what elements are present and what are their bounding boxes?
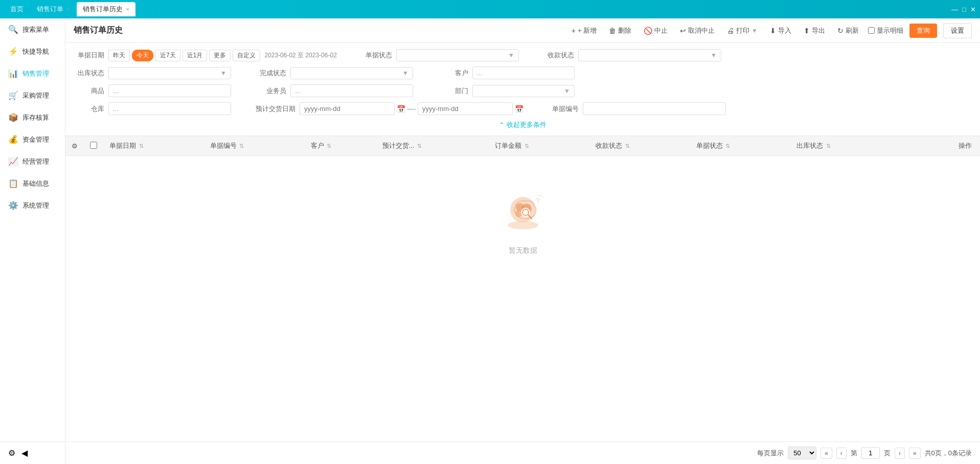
complete-status-label: 完成状态 <box>256 69 286 78</box>
minimize-btn[interactable]: — <box>951 6 958 13</box>
inventory-icon: 📦 <box>8 113 18 122</box>
delete-label: 删除 <box>618 26 631 35</box>
refresh-label: 刷新 <box>846 26 859 35</box>
import-btn[interactable]: ⬇ 导入 <box>767 24 794 37</box>
system-icon: ⚙️ <box>8 201 18 210</box>
complete-status-select[interactable]: ▼ <box>290 67 413 79</box>
date-btn-today[interactable]: 今天 <box>132 50 153 61</box>
date-btn-1month[interactable]: 近1月 <box>183 50 208 61</box>
stock-status-select[interactable]: ▼ <box>108 67 231 79</box>
complete-status-chevron: ▼ <box>402 70 408 77</box>
delete-icon: 🗑 <box>609 27 616 35</box>
th-stock-out[interactable]: 出库状态 ⇅ <box>790 136 891 156</box>
date-btn-more[interactable]: 更多 <box>209 50 231 61</box>
salesman-select[interactable]: ... <box>290 84 413 97</box>
sidebar-item-operations[interactable]: 📈 经营管理 <box>0 150 65 172</box>
tab-home[interactable]: 首页 <box>4 2 30 16</box>
th-order-num[interactable]: 单据编号 ⇅ <box>204 136 305 156</box>
first-page-btn[interactable]: « <box>821 448 832 459</box>
th-collection[interactable]: 收款状态 ⇅ <box>589 136 690 156</box>
delete-btn[interactable]: 🗑 删除 <box>606 24 634 37</box>
sidebar-item-purchase[interactable]: 🛒 采购管理 <box>0 84 65 106</box>
delivery-start-calendar-icon[interactable]: 📅 <box>397 105 405 113</box>
close-btn[interactable]: ✕ <box>970 6 976 13</box>
print-label: 打印 <box>736 26 749 35</box>
maximize-btn[interactable]: □ <box>962 6 966 13</box>
sidebar-purchase-label: 采购管理 <box>22 91 49 100</box>
print-icon: 🖨 <box>727 27 734 35</box>
customer-select[interactable]: ... <box>472 67 575 79</box>
dept-select[interactable]: ▼ <box>472 85 575 97</box>
th-amount[interactable]: 订单金额 ⇅ <box>489 136 589 156</box>
cancel-stop-label: 取消中止 <box>688 26 715 35</box>
sidebar-item-basic-info[interactable]: 📋 基础信息 <box>0 172 65 194</box>
page-size-select[interactable]: 50 10 20 100 <box>788 447 816 459</box>
salesman-label: 业务员 <box>256 86 286 96</box>
date-btn-7days[interactable]: 近7天 <box>155 50 180 61</box>
stop-label: 中止 <box>654 26 668 35</box>
th-date[interactable]: 单据日期 ⇅ <box>103 136 204 156</box>
delivery-end-calendar-icon[interactable]: 📅 <box>515 105 523 113</box>
next-page-btn[interactable]: › <box>895 448 905 459</box>
date-btn-custom[interactable]: 自定义 <box>233 50 260 61</box>
page-header: 销售订单历史 + + 新增 🗑 删除 🚫 中止 ↩ 取消中止 <box>65 18 980 43</box>
th-bill-status[interactable]: 单据状态 ⇅ <box>690 136 791 156</box>
close-sales-history-tab[interactable]: × <box>126 6 129 12</box>
sidebar-settings-icon[interactable]: ⚙ <box>8 448 15 458</box>
filter-row-4: 仓库 ... 预计交货日期 📅 — 📅 单据编号 <box>74 102 972 115</box>
sidebar-item-inventory[interactable]: 📦 库存核算 <box>0 106 65 128</box>
page-num-input[interactable] <box>861 447 880 459</box>
settings-btn[interactable]: 设置 <box>943 23 972 38</box>
sidebar-search[interactable]: 🔍 搜索菜单 <box>0 18 65 40</box>
refresh-btn[interactable]: ↻ 刷新 <box>834 24 862 37</box>
collection-status-select[interactable]: ▼ <box>578 49 721 61</box>
sidebar-system-label: 系统管理 <box>22 201 49 210</box>
refresh-icon: ↻ <box>837 27 844 35</box>
warehouse-select[interactable]: ... <box>108 102 231 115</box>
th-date-label: 单据日期 <box>109 142 136 149</box>
tab-sales-history-label: 销售订单历史 <box>83 5 123 14</box>
bill-status-select[interactable]: ▼ <box>396 49 519 61</box>
order-num-input[interactable] <box>583 102 726 115</box>
sidebar-item-sales[interactable]: 📊 销售管理 <box>0 62 65 84</box>
page-size-label: 每页显示 <box>757 449 784 458</box>
display-toggle[interactable]: 显示明细 <box>868 26 903 35</box>
import-label: 导入 <box>778 26 791 35</box>
th-settings[interactable]: ⚙ <box>65 136 84 156</box>
th-collection-sort-icon: ⇅ <box>625 143 630 149</box>
print-btn[interactable]: 🖨 打印 ▼ <box>724 24 761 37</box>
date-btn-yesterday[interactable]: 昨天 <box>108 50 130 61</box>
toolbar: + + 新增 🗑 删除 🚫 中止 ↩ 取消中止 🖨 打印 <box>568 23 972 38</box>
sidebar-item-system[interactable]: ⚙️ 系统管理 <box>0 194 65 216</box>
tab-sales-order[interactable]: 销售订单 × <box>31 2 76 16</box>
collapse-btn[interactable]: ⌃ 收起更多条件 <box>74 120 972 129</box>
stop-btn[interactable]: 🚫 中止 <box>641 24 671 37</box>
close-sales-order-tab[interactable]: × <box>66 6 70 12</box>
th-customer-sort-icon: ⇅ <box>327 143 331 149</box>
basic-info-icon: 📋 <box>8 179 18 188</box>
sidebar-item-quick-nav[interactable]: ⚡ 快捷导航 <box>0 40 65 62</box>
quick-nav-icon: ⚡ <box>8 47 18 56</box>
export-btn[interactable]: ⬆ 导出 <box>801 24 828 37</box>
query-btn[interactable]: 查询 <box>909 24 937 38</box>
last-page-btn[interactable]: » <box>909 448 921 459</box>
prev-page-btn[interactable]: ‹ <box>836 448 847 459</box>
tab-bar: 首页 销售订单 × 销售订单历史 × <box>4 0 135 18</box>
cancel-stop-btn[interactable]: ↩ 取消中止 <box>677 24 718 37</box>
th-amount-label: 订单金额 <box>495 142 521 149</box>
sidebar-collapse-icon[interactable]: ◀ <box>21 448 28 458</box>
delivery-end-input[interactable] <box>418 102 513 115</box>
delivery-start-input[interactable] <box>300 102 395 115</box>
purchase-icon: 🛒 <box>8 91 18 100</box>
sidebar-item-finance[interactable]: 💰 资金管理 <box>0 128 65 150</box>
new-btn[interactable]: + + 新增 <box>568 24 600 37</box>
select-all-checkbox[interactable] <box>90 142 97 149</box>
bill-status-chevron: ▼ <box>508 52 514 59</box>
dept-chevron: ▼ <box>564 87 570 95</box>
tab-sales-history[interactable]: 销售订单历史 × <box>77 2 135 16</box>
display-checkbox[interactable] <box>868 27 875 34</box>
th-delivery[interactable]: 预计交货... ⇅ <box>376 136 489 156</box>
th-customer[interactable]: 客户 ⇅ <box>305 136 376 156</box>
table-area: ⚙ 单据日期 ⇅ 单据编号 ⇅ 客户 <box>65 136 980 441</box>
goods-select[interactable]: ... <box>108 84 231 97</box>
